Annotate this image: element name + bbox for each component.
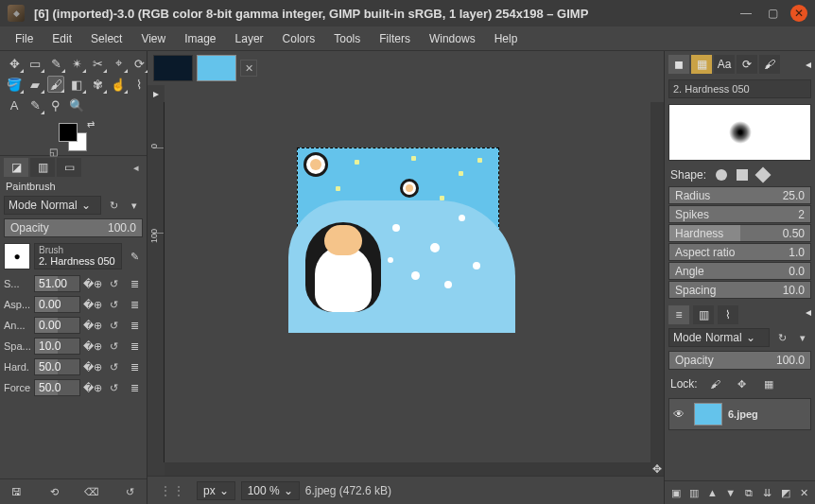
minimize-button[interactable]: — — [737, 5, 754, 22]
mode-switch-icon[interactable]: ↻ — [105, 197, 122, 214]
stepper-icon[interactable]: �⊕ — [84, 296, 101, 313]
brush-param-angle[interactable]: Angle0.0 — [668, 262, 811, 280]
delete-preset-icon[interactable]: ⌫ — [83, 483, 100, 500]
tool-transform[interactable]: ⌖ — [110, 55, 127, 72]
tool-paintbrush[interactable]: 🖌 — [47, 76, 64, 93]
menu-filters[interactable]: Filters — [370, 28, 420, 49]
dock-menu-icon[interactable]: ◂ — [130, 162, 143, 174]
menu-layer[interactable]: Layer — [226, 28, 273, 49]
restore-preset-icon[interactable]: ⟲ — [46, 483, 63, 500]
layer-row[interactable]: 👁 6.jpeg — [668, 398, 811, 430]
brush-edit-icon[interactable]: ✎ — [126, 248, 143, 265]
brush-param-radius[interactable]: Radius25.0 — [668, 186, 811, 204]
opt-field-0[interactable]: 51.00 — [34, 275, 80, 292]
stepper-icon[interactable]: �⊕ — [84, 358, 101, 375]
merge-layer-icon[interactable]: ⇊ — [760, 485, 774, 500]
tab-images[interactable]: ▭ — [57, 158, 81, 177]
tab-patterns[interactable]: ▦ — [691, 55, 712, 74]
tab-paths[interactable]: ⌇ — [718, 305, 738, 324]
menu-help[interactable]: Help — [485, 28, 528, 49]
opt-field-3[interactable]: 10.0 — [34, 338, 80, 355]
navigate-icon[interactable]: ✥ — [650, 462, 664, 476]
reset-icon[interactable]: ↺ — [105, 379, 122, 396]
menu-edit[interactable]: Edit — [43, 28, 81, 49]
layer-opacity-slider[interactable]: Opacity 100.0 — [668, 351, 811, 370]
layer-mode-menu-icon[interactable]: ▾ — [794, 329, 811, 346]
menu-image[interactable]: Image — [175, 28, 225, 49]
reset-icon[interactable]: ↺ — [105, 338, 122, 355]
tab-layers[interactable]: ≡ — [668, 305, 689, 324]
reset-icon[interactable]: ↺ — [105, 296, 122, 313]
stepper-icon[interactable]: �⊕ — [84, 379, 101, 396]
save-preset-icon[interactable]: 🖫 — [9, 483, 26, 500]
tab-brushes[interactable]: ◼ — [668, 55, 689, 74]
raise-layer-icon[interactable]: ▲ — [705, 485, 720, 500]
brush-thumbnail[interactable]: ● — [4, 243, 30, 269]
tab-brush-editor[interactable]: 🖌 — [759, 55, 780, 74]
brush-param-hardness[interactable]: Hardness0.50 — [668, 224, 811, 242]
brush-param-spacing[interactable]: Spacing10.0 — [668, 281, 811, 299]
tool-picker[interactable]: ✎ — [26, 96, 43, 113]
image-tab-2[interactable] — [197, 55, 236, 81]
canvas-image[interactable] — [297, 148, 499, 304]
layer-mode-select[interactable]: Mode Normal ⌄ — [668, 328, 770, 347]
link-icon[interactable]: ≣ — [126, 379, 143, 396]
brush-selector[interactable]: Brush 2. Hardness 050 — [34, 243, 122, 269]
brush-param-spikes[interactable]: Spikes2 — [668, 205, 811, 223]
stepper-icon[interactable]: �⊕ — [84, 317, 101, 334]
quickmask-icon[interactable] — [147, 462, 165, 476]
stepper-icon[interactable]: �⊕ — [84, 275, 101, 292]
tab-tool-options[interactable]: ◪ — [4, 158, 28, 177]
brush-search-input[interactable] — [668, 79, 811, 98]
lock-position-icon[interactable]: ✥ — [734, 375, 751, 392]
horizontal-scrollbar[interactable] — [165, 462, 650, 476]
duplicate-layer-icon[interactable]: ⧉ — [742, 485, 756, 500]
shape-diamond[interactable] — [755, 167, 772, 183]
tool-text[interactable]: A — [6, 96, 23, 113]
image-tab-1[interactable] — [153, 55, 193, 81]
lock-alpha-icon[interactable]: ▦ — [760, 375, 777, 392]
close-tab-icon[interactable]: ✕ — [240, 60, 257, 77]
menu-file[interactable]: File — [6, 28, 43, 49]
tab-fonts[interactable]: Aa — [714, 55, 735, 74]
zoom-select[interactable]: 100 %⌄ — [241, 481, 300, 500]
layer-thumbnail[interactable] — [694, 403, 722, 426]
tab-history[interactable]: ⟳ — [737, 55, 757, 74]
shape-circle[interactable] — [716, 169, 727, 181]
brush-param-aspect-ratio[interactable]: Aspect ratio1.0 — [668, 243, 811, 261]
reset-icon[interactable]: ↺ — [105, 275, 122, 292]
reset-icon[interactable]: ↺ — [105, 317, 122, 334]
tool-path[interactable]: ⌇ — [130, 76, 147, 93]
menu-colors[interactable]: Colors — [273, 28, 325, 49]
tool-eraser[interactable]: ◧ — [68, 76, 85, 93]
menu-view[interactable]: View — [131, 28, 175, 49]
visibility-icon[interactable]: 👁 — [673, 408, 688, 421]
unit-select[interactable]: px⌄ — [197, 481, 235, 500]
layer-mode-switch-icon[interactable]: ↻ — [773, 329, 790, 346]
shape-square[interactable] — [737, 169, 748, 181]
opt-field-2[interactable]: 0.00 — [34, 317, 80, 334]
link-icon[interactable]: ≣ — [126, 296, 143, 313]
link-icon[interactable]: ≣ — [126, 275, 143, 292]
vertical-scrollbar[interactable] — [650, 102, 664, 462]
tool-zoom[interactable]: 🔍 — [68, 96, 85, 113]
link-icon[interactable]: ≣ — [126, 338, 143, 355]
tool-gradient[interactable]: ▰ — [26, 76, 43, 93]
tool-warp[interactable]: ⟳ — [130, 55, 147, 72]
tab-channels[interactable]: ▥ — [693, 305, 714, 324]
tool-bucket[interactable]: 🪣 — [6, 76, 23, 93]
opt-field-5[interactable]: 50.0 — [34, 379, 80, 396]
menu-select[interactable]: Select — [81, 28, 131, 49]
stepper-icon[interactable]: �⊕ — [84, 338, 101, 355]
lower-layer-icon[interactable]: ▼ — [723, 485, 737, 500]
new-group-icon[interactable]: ▥ — [686, 485, 701, 500]
menu-tools[interactable]: Tools — [324, 28, 370, 49]
opt-field-1[interactable]: 0.00 — [34, 296, 80, 313]
color-swatches[interactable]: ⇄ ◱ — [53, 121, 91, 153]
dock-menu-icon[interactable]: ◂ — [806, 58, 811, 71]
reset-icon[interactable]: ↺ — [105, 358, 122, 375]
link-icon[interactable]: ≣ — [126, 317, 143, 334]
tool-measure[interactable]: ⚲ — [47, 96, 64, 113]
close-button[interactable]: ✕ — [790, 5, 807, 22]
dock-menu-icon[interactable]: ◂ — [806, 305, 811, 324]
